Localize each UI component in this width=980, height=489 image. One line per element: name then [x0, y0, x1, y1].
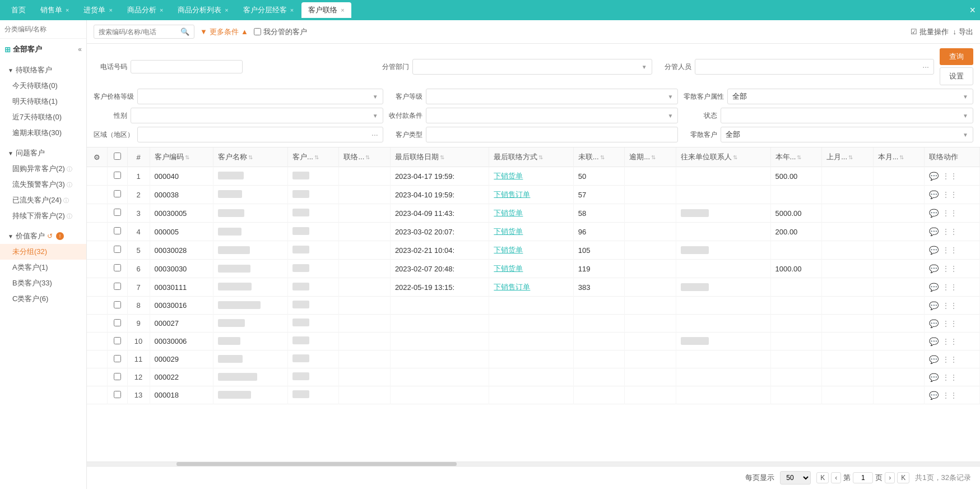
last-method-link[interactable]: 下销售订单 — [494, 190, 530, 199]
td-checkbox[interactable] — [107, 315, 127, 333]
contact-action-icon[interactable]: 💬 — [929, 391, 939, 400]
tab-sales-close[interactable]: × — [66, 7, 69, 13]
more-action-icon[interactable]: ⋮⋮ — [942, 190, 958, 199]
more-action-icon[interactable]: ⋮⋮ — [942, 264, 958, 273]
page-number-input[interactable] — [853, 472, 873, 483]
filter-manager-select[interactable]: ··· — [695, 59, 934, 75]
sidebar-item-week-pending[interactable]: 近7天待联络(0) — [0, 109, 86, 125]
prev-page-button[interactable]: ‹ — [831, 472, 841, 483]
first-page-button[interactable]: K — [816, 472, 829, 483]
tab-customer-contact[interactable]: 客户联络 × — [301, 2, 351, 18]
my-customers-checkbox[interactable] — [254, 28, 261, 35]
more-action-icon[interactable]: ⋮⋮ — [942, 373, 958, 382]
filter-price-level-select[interactable]: ▼ — [137, 89, 383, 104]
filter-retail-attr-select[interactable]: 全部 ▼ — [727, 89, 973, 104]
contact-action-icon[interactable]: 💬 — [929, 373, 939, 382]
tab-customer-contact-close[interactable]: × — [341, 7, 344, 13]
contact-action-icon[interactable]: 💬 — [929, 209, 939, 218]
td-checkbox[interactable] — [107, 386, 127, 404]
td-checkbox[interactable] — [107, 241, 127, 260]
sidebar-search-box[interactable]: 🔍 — [0, 20, 86, 39]
filter-region-select[interactable]: ··· — [137, 127, 383, 142]
overdue-sort-icon[interactable]: ⇅ — [651, 154, 656, 160]
sidebar-item-churn-warning[interactable]: 流失预警客户(3) ⓘ — [0, 177, 86, 192]
contact-action-icon[interactable]: 💬 — [929, 301, 939, 310]
sidebar-item-ungrouped[interactable]: 未分组(32) — [0, 244, 86, 260]
th-settings[interactable]: ⚙ — [87, 147, 107, 167]
sidebar-item-declining[interactable]: 持续下滑客户(2) ⓘ — [0, 208, 86, 224]
more-action-icon[interactable]: ⋮⋮ — [942, 391, 958, 400]
td-checkbox[interactable] — [107, 333, 127, 350]
filter-customer-level-select[interactable]: ▼ — [426, 89, 679, 104]
td-checkbox[interactable] — [107, 167, 127, 186]
this-month-sort-icon[interactable]: ⇅ — [899, 154, 904, 160]
last-date-sort-icon[interactable]: ⇅ — [440, 154, 444, 160]
tab-product-analysis[interactable]: 商品分析 × — [120, 2, 170, 18]
page-size-select[interactable]: 50 100 200 — [780, 471, 811, 485]
manager-dots-icon[interactable]: ··· — [922, 62, 929, 71]
filter-phone-input[interactable] — [131, 60, 243, 73]
tab-product-analysis-list-close[interactable]: × — [225, 7, 228, 13]
contact-action-icon[interactable]: 💬 — [929, 190, 939, 199]
th-checkbox[interactable] — [107, 147, 127, 167]
sidebar-all-customers-header[interactable]: ⊞ 全部客户 « — [0, 41, 86, 58]
more-action-icon[interactable]: ⋮⋮ — [942, 283, 958, 292]
sidebar-problem-header[interactable]: ▼ 问题客户 — [0, 145, 86, 161]
td-checkbox[interactable] — [107, 186, 127, 204]
more-action-icon[interactable]: ⋮⋮ — [942, 301, 958, 310]
contact-action-icon[interactable]: 💬 — [929, 172, 939, 181]
no-contact-sort-icon[interactable]: ⇅ — [600, 154, 605, 160]
window-close-button[interactable]: × — [969, 4, 976, 16]
sidebar-item-c-class[interactable]: C类客户(6) — [0, 291, 86, 307]
sidebar-score-header[interactable]: ▼ 价值客户 ↺ ! — [0, 228, 86, 244]
last-method-link[interactable]: 下销货单 — [494, 227, 523, 236]
filter-my-customers[interactable]: 我分管的客户 — [254, 27, 307, 37]
last-month-sort-icon[interactable]: ⇅ — [848, 154, 853, 160]
export-button[interactable]: ↓ 导出 — [953, 27, 974, 37]
contact-action-icon[interactable]: 💬 — [929, 337, 939, 346]
more-action-icon[interactable]: ⋮⋮ — [942, 355, 958, 364]
tab-customer-segment[interactable]: 客户分层经客 × — [236, 2, 300, 18]
more-action-icon[interactable]: ⋮⋮ — [942, 227, 958, 236]
filter-customer-type-select[interactable] — [426, 127, 679, 142]
contact-action-icon[interactable]: 💬 — [929, 355, 939, 364]
filter-status-select[interactable]: ▼ — [721, 108, 973, 123]
filter-dept-select[interactable]: ▼ — [412, 59, 652, 75]
company-contact-sort-icon[interactable]: ⇅ — [733, 154, 737, 160]
last-method-link[interactable]: 下销货单 — [494, 172, 523, 180]
contact-action-icon[interactable]: 💬 — [929, 319, 939, 328]
horizontal-scrollbar[interactable] — [87, 462, 980, 466]
sidebar-item-b-class[interactable]: B类客户(33) — [0, 275, 86, 291]
scrollbar-thumb[interactable] — [177, 462, 457, 466]
filter-search-box[interactable]: 🔍 — [94, 25, 194, 39]
td-checkbox[interactable] — [107, 223, 127, 241]
tab-purchase[interactable]: 进货单 × — [77, 2, 119, 18]
contact-action-icon[interactable]: 💬 — [929, 264, 939, 273]
filter-gender-select[interactable]: ▼ — [131, 108, 383, 123]
contact-sort-icon[interactable]: ⇅ — [365, 154, 370, 160]
sidebar-pending-header[interactable]: ▼ 待联络客户 — [0, 62, 86, 78]
filter-search-icon[interactable]: 🔍 — [180, 27, 189, 36]
more-action-icon[interactable]: ⋮⋮ — [942, 319, 958, 328]
td-checkbox[interactable] — [107, 350, 127, 368]
sidebar-item-overdue-pending[interactable]: 逾期未联络(30) — [0, 125, 86, 141]
tab-sales[interactable]: 销售单 × — [34, 2, 76, 18]
refresh-icon[interactable]: ↺ — [47, 232, 53, 240]
next-page-button[interactable]: › — [885, 472, 895, 483]
filter-retail-customer-select[interactable]: 全部 ▼ — [721, 127, 973, 142]
td-checkbox[interactable] — [107, 368, 127, 386]
tab-product-analysis-close[interactable]: × — [160, 7, 163, 13]
region-dots-icon[interactable]: ··· — [371, 130, 378, 139]
last-method-link[interactable]: 下销货单 — [494, 264, 523, 273]
td-checkbox[interactable] — [107, 297, 127, 315]
sidebar-search-input[interactable] — [4, 25, 87, 33]
last-method-link[interactable]: 下销货单 — [494, 246, 523, 254]
sidebar-item-abnormal[interactable]: 固购异常客户(2) ⓘ — [0, 161, 86, 177]
tab-purchase-close[interactable]: × — [109, 7, 112, 13]
last-method-link[interactable]: 下销售订单 — [494, 283, 530, 291]
filter-more-conditions[interactable]: ▼ 更多条件 ▲ — [200, 27, 248, 37]
sidebar-item-a-class[interactable]: A类客户(1) — [0, 260, 86, 275]
td-checkbox[interactable] — [107, 204, 127, 223]
more-action-icon[interactable]: ⋮⋮ — [942, 337, 958, 346]
more-action-icon[interactable]: ⋮⋮ — [942, 246, 958, 255]
